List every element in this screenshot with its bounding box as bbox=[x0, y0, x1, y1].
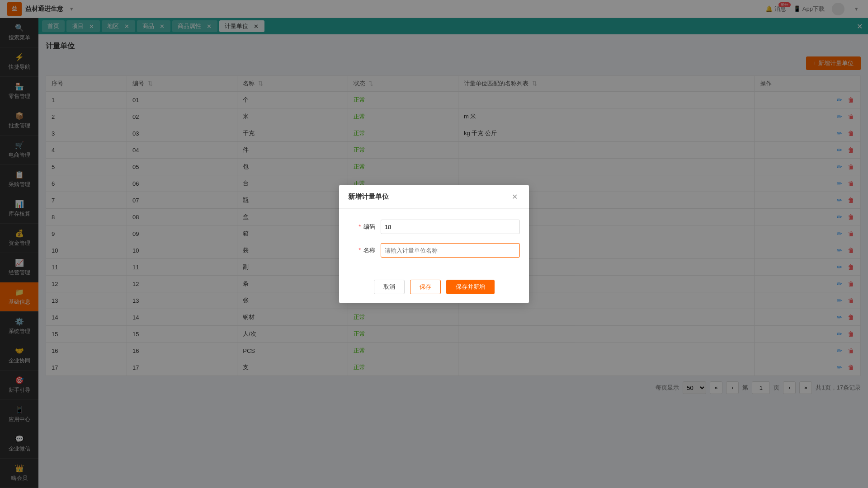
modal-overlay: 新增计量单位 ✕ * 编码 * 名称 取消 保存 保存并新增 bbox=[0, 0, 868, 488]
modal-footer: 取消 保存 保存并新增 bbox=[339, 274, 529, 303]
code-input[interactable] bbox=[381, 220, 520, 234]
save-new-btn[interactable]: 保存并新增 bbox=[446, 280, 495, 294]
modal-close-btn[interactable]: ✕ bbox=[509, 191, 520, 202]
code-required-mark: * bbox=[359, 223, 361, 230]
cancel-btn[interactable]: 取消 bbox=[374, 280, 405, 294]
name-input[interactable] bbox=[381, 243, 520, 258]
form-row-code: * 编码 bbox=[348, 220, 520, 234]
modal-header: 新增计量单位 ✕ bbox=[339, 185, 529, 209]
form-row-name: * 名称 bbox=[348, 243, 520, 258]
add-unit-modal: 新增计量单位 ✕ * 编码 * 名称 取消 保存 保存并新增 bbox=[339, 185, 529, 303]
name-label: * 名称 bbox=[348, 246, 375, 254]
name-required-mark: * bbox=[359, 247, 361, 253]
code-label: * 编码 bbox=[348, 223, 375, 231]
modal-body: * 编码 * 名称 bbox=[339, 209, 529, 274]
modal-title: 新增计量单位 bbox=[348, 192, 389, 201]
save-btn[interactable]: 保存 bbox=[410, 280, 441, 294]
